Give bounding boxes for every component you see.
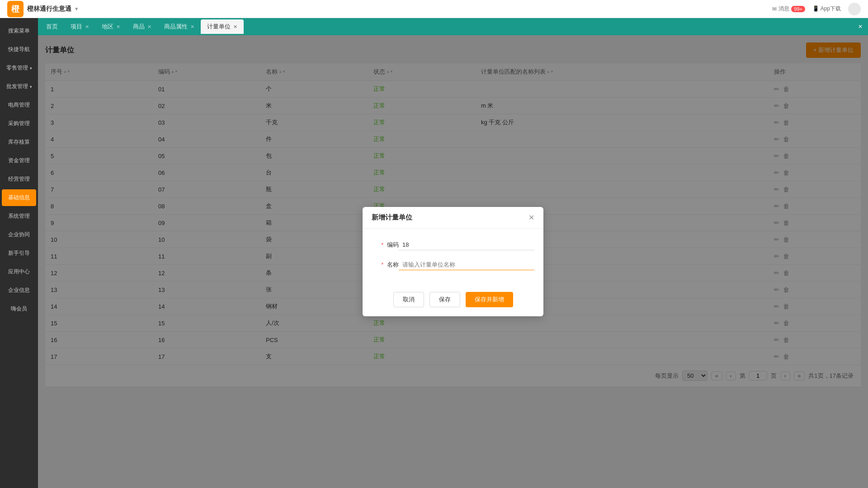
- save-button[interactable]: 保存: [429, 292, 460, 307]
- header-right: ✉ 消息 99+ 📱 App下载: [772, 3, 861, 15]
- message-badge: 99+: [791, 6, 805, 12]
- sidebar-item-membership[interactable]: 嗨会员: [2, 300, 36, 317]
- tab-region[interactable]: 地区 ✕: [95, 19, 127, 34]
- avatar[interactable]: [848, 3, 861, 15]
- sidebar-item-search-menu[interactable]: 搜索菜单: [2, 23, 36, 39]
- sidebar-item-quick-nav[interactable]: 快捷导航: [2, 41, 36, 58]
- sidebar-item-retail[interactable]: 零售管理 ▾: [2, 60, 36, 76]
- tabs-bar: 首页 项目 ✕ 地区 ✕ 商品 ✕ 商品属性 ✕ 计量单位 ✕ ✕: [38, 18, 868, 35]
- sidebar-item-ecommerce[interactable]: 电商管理: [2, 97, 36, 113]
- sidebar-item-newbie[interactable]: 新手引导: [2, 245, 36, 262]
- dropdown-arrow[interactable]: ▾: [75, 5, 78, 12]
- name-form-row: * 名称: [372, 259, 534, 270]
- tab-product-attr-close-icon[interactable]: ✕: [190, 24, 194, 30]
- tab-product-close-icon[interactable]: ✕: [147, 24, 151, 30]
- sidebar: 搜索菜单 快捷导航 零售管理 ▾ 批发管理 ▾ 电商管理 采购管理 库存核算 资…: [0, 18, 38, 488]
- tab-unit-close-icon[interactable]: ✕: [233, 24, 237, 30]
- save-and-new-button[interactable]: 保存并新增: [466, 292, 513, 307]
- name-required-star: *: [381, 261, 383, 268]
- tabs-close-all-button[interactable]: ✕: [854, 22, 866, 32]
- sidebar-item-inventory[interactable]: 库存核算: [2, 134, 36, 150]
- add-unit-modal: 新增计量单位 ✕ * 编码 *: [363, 207, 543, 316]
- tab-product-attr[interactable]: 商品属性 ✕: [158, 19, 201, 34]
- tab-home-label: 首页: [46, 23, 58, 31]
- modal-title: 新增计量单位: [372, 213, 412, 222]
- content-area: 首页 项目 ✕ 地区 ✕ 商品 ✕ 商品属性 ✕ 计量单位 ✕ ✕: [38, 18, 868, 488]
- tab-project-label: 项目: [71, 23, 82, 31]
- logo-area: 橙 橙林通行生意通 ▾: [7, 1, 78, 17]
- tab-product[interactable]: 商品 ✕: [127, 19, 158, 34]
- modal-footer: 取消 保存 保存并新增: [363, 286, 543, 316]
- logo-text: 橙林通行生意通: [27, 5, 71, 13]
- app-download-icon: 📱: [812, 5, 819, 12]
- message-icon: ✉: [772, 6, 777, 12]
- code-label: * 编码: [372, 241, 399, 249]
- app-download-label: App下载: [821, 5, 841, 12]
- tab-unit[interactable]: 计量单位 ✕: [201, 19, 244, 34]
- name-label: * 名称: [372, 261, 399, 269]
- page-content: 计量单位 + 新增计量单位 序号 ▲▼: [38, 35, 868, 488]
- sidebar-item-wholesale[interactable]: 批发管理 ▾: [2, 78, 36, 95]
- sidebar-item-partner[interactable]: 企业协同: [2, 226, 36, 243]
- modal-overlay[interactable]: 新增计量单位 ✕ * 编码 *: [38, 35, 868, 488]
- retail-label: 零售管理: [6, 64, 28, 72]
- app-download-link[interactable]: 📱 App下载: [812, 5, 841, 13]
- modal-header: 新增计量单位 ✕: [363, 207, 543, 229]
- tab-home[interactable]: 首页: [40, 19, 64, 34]
- tab-region-label: 地区: [102, 23, 113, 31]
- tab-unit-label: 计量单位: [207, 23, 231, 31]
- tab-product-label: 商品: [133, 23, 145, 31]
- modal-body: * 编码 * 名称: [363, 229, 543, 286]
- code-required-star: *: [381, 241, 383, 248]
- code-input[interactable]: [399, 239, 534, 250]
- name-input[interactable]: [399, 259, 534, 270]
- retail-arrow-icon: ▾: [30, 66, 32, 70]
- sidebar-item-app-center[interactable]: 应用中心: [2, 263, 36, 280]
- cancel-button[interactable]: 取消: [393, 292, 424, 307]
- wholesale-label: 批发管理: [6, 83, 28, 90]
- tab-project-close-icon[interactable]: ✕: [85, 24, 89, 30]
- main-layout: 搜索菜单 快捷导航 零售管理 ▾ 批发管理 ▾ 电商管理 采购管理 库存核算 资…: [0, 18, 868, 488]
- wholesale-arrow-icon: ▾: [30, 84, 32, 89]
- code-form-row: * 编码: [372, 239, 534, 250]
- sidebar-item-company-info[interactable]: 企业信息: [2, 282, 36, 299]
- message-link[interactable]: ✉ 消息 99+: [772, 5, 805, 13]
- logo-icon: 橙: [7, 1, 24, 17]
- top-header: 橙 橙林通行生意通 ▾ ✉ 消息 99+ 📱 App下载: [0, 0, 868, 18]
- sidebar-item-purchase[interactable]: 采购管理: [2, 115, 36, 132]
- sidebar-item-finance[interactable]: 资金管理: [2, 152, 36, 169]
- sidebar-item-operation[interactable]: 经营管理: [2, 171, 36, 188]
- sidebar-item-basic-info[interactable]: 基础信息: [2, 189, 36, 206]
- tab-product-attr-label: 商品属性: [164, 23, 188, 31]
- modal-close-icon[interactable]: ✕: [528, 213, 534, 222]
- message-label: 消息: [778, 5, 789, 13]
- sidebar-item-system[interactable]: 系统管理: [2, 208, 36, 225]
- tab-region-close-icon[interactable]: ✕: [116, 24, 120, 30]
- tab-project[interactable]: 项目 ✕: [64, 19, 95, 34]
